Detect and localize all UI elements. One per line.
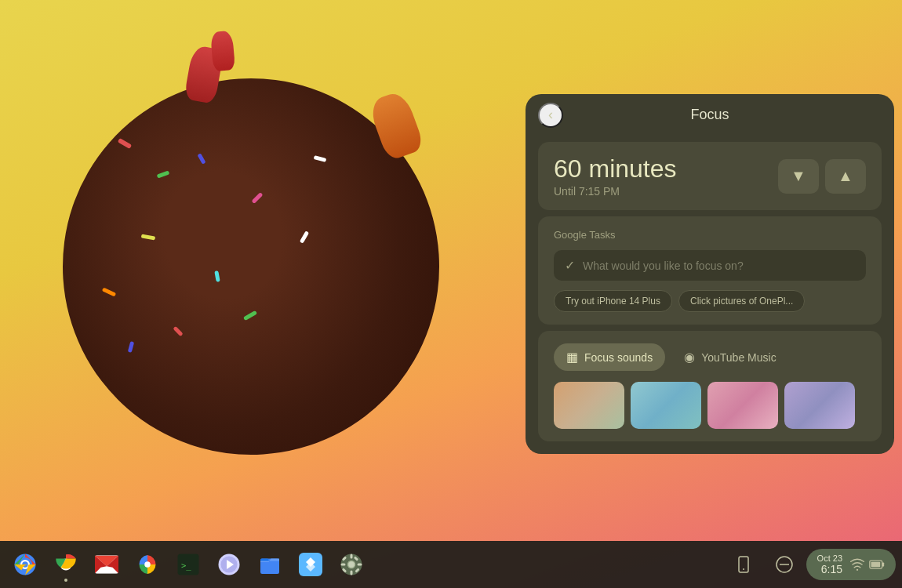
taskbar-app-dropbox[interactable]: [292, 546, 329, 583]
focus-panel: ‹ Focus 60 minutes Until 7:15 PM ▼ ▲ Goo…: [526, 94, 894, 454]
taskbar-app-photos[interactable]: [129, 546, 166, 583]
svg-rect-18: [351, 554, 353, 559]
youtube-music-icon: ◉: [684, 350, 695, 365]
youtube-music-label: YouTube Music: [701, 351, 776, 364]
terminal-icon: >_: [176, 553, 200, 576]
svg-rect-20: [341, 564, 346, 566]
clock-time: 6:15: [821, 563, 842, 575]
cider-icon: [217, 553, 241, 576]
battery-icon: [869, 559, 885, 570]
focus-sounds-label: Focus sounds: [584, 351, 653, 364]
minutes-section: 60 minutes Until 7:15 PM ▼ ▲: [538, 142, 882, 210]
sound-thumb-3[interactable]: [707, 382, 778, 429]
photos-icon: [136, 553, 159, 576]
focus-panel-title: Focus: [690, 107, 729, 123]
taskbar-app-gmail[interactable]: [88, 546, 125, 583]
taskbar: >_: [0, 541, 902, 588]
focus-sounds-tab[interactable]: ▦ Focus sounds: [554, 343, 665, 371]
sound-thumb-4[interactable]: [784, 382, 855, 429]
minutes-display: 60 minutes Until 7:15 PM: [554, 154, 677, 198]
task-check-icon: ✓: [565, 258, 575, 273]
taskbar-app-chrome[interactable]: [47, 546, 85, 583]
sound-thumbnails: [554, 382, 866, 429]
svg-rect-21: [358, 564, 362, 566]
svg-rect-19: [351, 571, 353, 575]
svg-rect-32: [882, 563, 885, 567]
youtube-music-tab[interactable]: ◉ YouTube Music: [671, 343, 788, 371]
taskbar-app-settings[interactable]: [333, 546, 370, 583]
taskbar-app-terminal[interactable]: >_: [169, 546, 207, 583]
sound-thumb-2[interactable]: [631, 382, 701, 429]
taskbar-right: Oct 23 6:15: [725, 546, 896, 583]
mute-icon: [775, 555, 794, 574]
sound-section: ▦ Focus sounds ◉ YouTube Music: [538, 331, 882, 441]
taskbar-apps: >_: [6, 546, 725, 583]
svg-point-8: [144, 561, 151, 568]
focus-sounds-icon: ▦: [566, 350, 578, 365]
files-icon: [258, 553, 282, 576]
tasks-input[interactable]: [583, 260, 855, 272]
chrome-active-dot: [64, 579, 67, 582]
sound-thumb-1[interactable]: [554, 382, 624, 429]
svg-point-30: [857, 569, 858, 571]
task-chips: Try out iPhone 14 Plus Click pictures of…: [554, 290, 866, 312]
taskbar-phone-icon[interactable]: [725, 546, 762, 583]
chrome-icon: [54, 553, 78, 576]
taskbar-app-files[interactable]: [251, 546, 289, 583]
chromeos-icon: [13, 553, 37, 576]
gmail-icon: [95, 553, 118, 576]
phone-icon: [734, 555, 753, 574]
wifi-icon: [850, 557, 864, 572]
taskbar-app-cider[interactable]: [210, 546, 248, 583]
svg-text:>_: >_: [181, 561, 191, 571]
sound-tabs: ▦ Focus sounds ◉ YouTube Music: [554, 343, 866, 371]
svg-rect-33: [871, 562, 881, 568]
tasks-section: Google Tasks ✓ Try out iPhone 14 Plus Cl…: [538, 216, 882, 325]
svg-point-27: [743, 568, 744, 570]
clock-date: Oct 23 6:15: [817, 554, 842, 575]
decrease-minutes-button[interactable]: ▼: [778, 159, 819, 194]
tasks-title: Google Tasks: [554, 229, 866, 241]
system-tray[interactable]: Oct 23 6:15: [806, 549, 896, 580]
task-chip[interactable]: Click pictures of OnePl...: [678, 290, 805, 312]
background-image: [0, 0, 502, 541]
taskbar-mute-icon[interactable]: [766, 546, 803, 583]
minutes-until: Until 7:15 PM: [554, 185, 677, 198]
settings-icon: [340, 553, 363, 576]
clock-date-value: Oct 23: [817, 554, 842, 563]
dropbox-icon: [299, 553, 322, 576]
focus-header: ‹ Focus: [526, 94, 894, 136]
svg-point-17: [348, 561, 355, 568]
tasks-input-wrapper[interactable]: ✓: [554, 250, 866, 281]
back-button[interactable]: ‹: [538, 103, 563, 128]
taskbar-app-chromeos[interactable]: [6, 546, 44, 583]
minutes-controls: ▼ ▲: [778, 159, 866, 194]
minutes-value: 60 minutes: [554, 154, 677, 183]
task-chip[interactable]: Try out iPhone 14 Plus: [554, 290, 672, 312]
increase-minutes-button[interactable]: ▲: [825, 159, 866, 194]
